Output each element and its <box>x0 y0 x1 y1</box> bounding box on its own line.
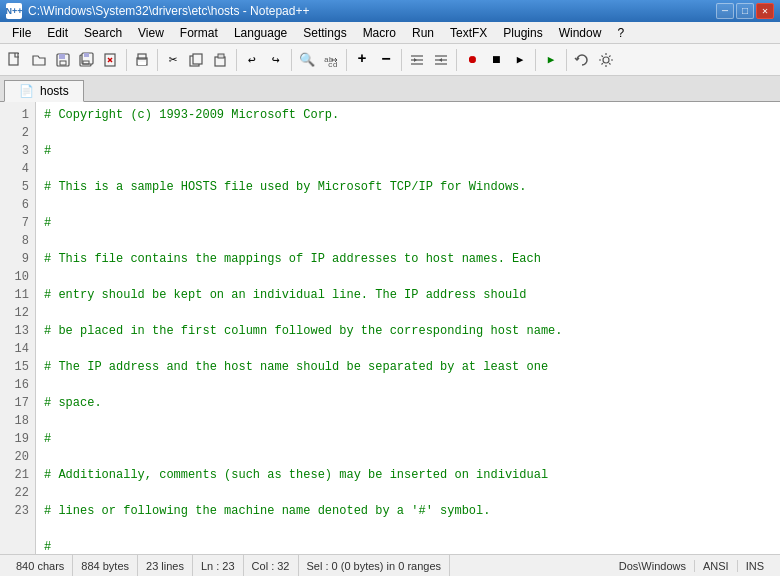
window-controls: ─ □ ✕ <box>716 3 774 19</box>
code-line: # The IP address and the host name shoul… <box>44 358 772 376</box>
code-line: # <box>44 538 772 554</box>
close-button[interactable]: ✕ <box>756 3 774 19</box>
tab-label: hosts <box>40 84 69 98</box>
save-button[interactable] <box>52 49 74 71</box>
code-line: # <box>44 142 772 160</box>
sep9 <box>566 49 567 71</box>
tab-hosts[interactable]: 📄 hosts <box>4 80 84 102</box>
menu-view[interactable]: View <box>130 24 172 42</box>
svg-rect-15 <box>138 62 146 65</box>
menu-macro[interactable]: Macro <box>355 24 404 42</box>
sep1 <box>126 49 127 71</box>
line-number: 23 <box>10 502 29 520</box>
line-numbers: 1234567891011121314151617181920212223 <box>0 102 36 554</box>
code-line: # This file contains the mappings of IP … <box>44 250 772 268</box>
sep3 <box>236 49 237 71</box>
macro-play-button[interactable]: ▶ <box>509 49 531 71</box>
indent-button[interactable] <box>406 49 428 71</box>
zoom-out-button[interactable]: − <box>375 49 397 71</box>
svg-rect-8 <box>84 53 89 57</box>
cut-button[interactable]: ✂ <box>162 49 184 71</box>
menu-plugins[interactable]: Plugins <box>495 24 550 42</box>
svg-rect-17 <box>193 54 202 64</box>
replace-button[interactable]: abcd <box>320 49 342 71</box>
svg-rect-3 <box>59 54 65 59</box>
menu-help[interactable]: ? <box>609 24 632 42</box>
svg-rect-19 <box>218 54 224 58</box>
zoom-in-button[interactable]: + <box>351 49 373 71</box>
menu-search[interactable]: Search <box>76 24 130 42</box>
line-number: 21 <box>10 466 29 484</box>
line-number: 3 <box>10 142 29 160</box>
status-encoding: ANSI <box>695 560 738 572</box>
app-icon: N++ <box>6 3 22 19</box>
line-number: 19 <box>10 430 29 448</box>
code-line: # space. <box>44 394 772 412</box>
settings-button[interactable] <box>595 49 617 71</box>
line-number: 12 <box>10 304 29 322</box>
code-line: # lines or following the machine name de… <box>44 502 772 520</box>
macro-record-button[interactable]: ⏺ <box>461 49 483 71</box>
sep6 <box>401 49 402 71</box>
sep7 <box>456 49 457 71</box>
run-button[interactable]: ▶ <box>540 49 562 71</box>
menu-settings[interactable]: Settings <box>295 24 354 42</box>
line-number: 2 <box>10 124 29 142</box>
menu-file[interactable]: File <box>4 24 39 42</box>
paste-button[interactable] <box>210 49 232 71</box>
status-lines: 23 lines <box>138 555 193 576</box>
code-line: # <box>44 430 772 448</box>
menu-format[interactable]: Format <box>172 24 226 42</box>
new-button[interactable] <box>4 49 26 71</box>
close-file-button[interactable] <box>100 49 122 71</box>
line-number: 22 <box>10 484 29 502</box>
code-line: # <box>44 214 772 232</box>
save-all-button[interactable] <box>76 49 98 71</box>
tab-icon: 📄 <box>19 84 34 98</box>
line-number: 9 <box>10 250 29 268</box>
undo-button[interactable]: ↩ <box>241 49 263 71</box>
code-area[interactable]: # Copyright (c) 1993-2009 Microsoft Corp… <box>36 102 780 554</box>
status-ln: Ln : 23 <box>193 555 244 576</box>
line-number: 5 <box>10 178 29 196</box>
menu-textfx[interactable]: TextFX <box>442 24 495 42</box>
line-number: 16 <box>10 376 29 394</box>
sync-button[interactable] <box>571 49 593 71</box>
status-ins: INS <box>738 560 772 572</box>
line-number: 14 <box>10 340 29 358</box>
menu-run[interactable]: Run <box>404 24 442 42</box>
line-number: 7 <box>10 214 29 232</box>
print-button[interactable] <box>131 49 153 71</box>
line-number: 15 <box>10 358 29 376</box>
status-bar: 840 chars 884 bytes 23 lines Ln : 23 Col… <box>0 554 780 576</box>
status-sel: Sel : 0 (0 bytes) in 0 ranges <box>299 555 451 576</box>
minimize-button[interactable]: ─ <box>716 3 734 19</box>
macro-stop-button[interactable]: ⏹ <box>485 49 507 71</box>
line-number: 6 <box>10 196 29 214</box>
menu-edit[interactable]: Edit <box>39 24 76 42</box>
status-right: Dos\Windows ANSI INS <box>611 560 772 572</box>
line-number: 1 <box>10 106 29 124</box>
line-number: 18 <box>10 412 29 430</box>
line-number: 20 <box>10 448 29 466</box>
line-number: 8 <box>10 232 29 250</box>
menu-bar: File Edit Search View Format Language Se… <box>0 22 780 44</box>
line-number: 13 <box>10 322 29 340</box>
sep8 <box>535 49 536 71</box>
line-number: 4 <box>10 160 29 178</box>
menu-window[interactable]: Window <box>551 24 610 42</box>
copy-button[interactable] <box>186 49 208 71</box>
unindent-button[interactable] <box>430 49 452 71</box>
sep2 <box>157 49 158 71</box>
code-line: # entry should be kept on an individual … <box>44 286 772 304</box>
maximize-button[interactable]: □ <box>736 3 754 19</box>
find-button[interactable]: 🔍 <box>296 49 318 71</box>
open-button[interactable] <box>28 49 50 71</box>
code-line: # This is a sample HOSTS file used by Mi… <box>44 178 772 196</box>
svg-rect-0 <box>9 53 18 65</box>
svg-point-29 <box>603 57 609 63</box>
redo-button[interactable]: ↪ <box>265 49 287 71</box>
menu-language[interactable]: Language <box>226 24 295 42</box>
toolbar: ✂ ↩ ↪ 🔍 abcd + − ⏺ ⏹ ▶ ▶ <box>0 44 780 76</box>
tab-bar: 📄 hosts <box>0 76 780 102</box>
